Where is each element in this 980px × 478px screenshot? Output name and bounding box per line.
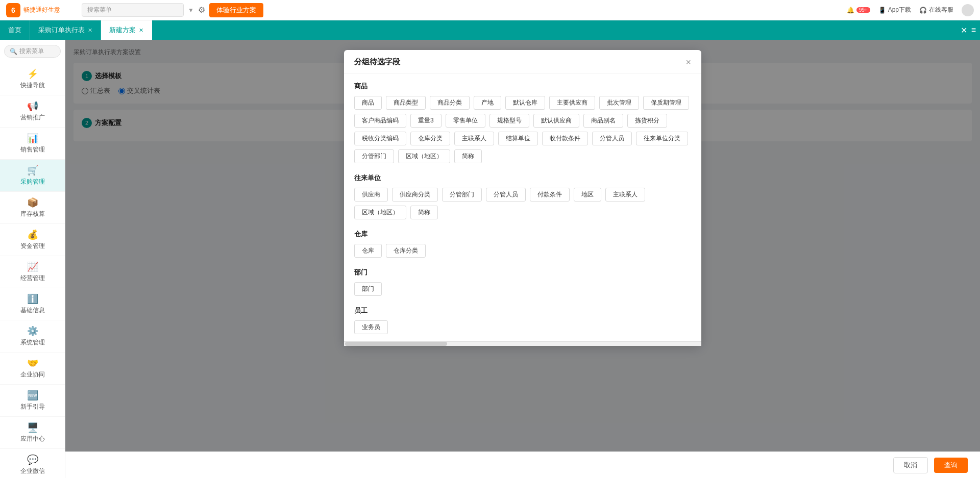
sidebar-item-finance[interactable]: 💰 资金管理 xyxy=(0,224,65,256)
modal-close-button[interactable]: × xyxy=(685,58,691,67)
app-download-label: App下载 xyxy=(888,6,911,14)
top-header: 6 畅捷通好生意 搜索菜单 ▼ ⚙ 体验行业方案 🔔 99+ 📱 App下载 🎧… xyxy=(0,0,980,20)
settings-icon[interactable]: ⚙ xyxy=(198,5,205,15)
tag-product-alias[interactable]: 商品别名 xyxy=(583,114,623,128)
modal-overlay: 分组待选字段 × 商品 商品 商品类型 商品分类 产地 默认仓库 主要供应商 批… xyxy=(65,40,980,478)
sidebar-item-operations[interactable]: 📈 经营管理 xyxy=(0,256,65,288)
tag-salesperson[interactable]: 业务员 xyxy=(354,320,388,334)
marketing-icon: 📢 xyxy=(27,100,38,112)
tag-retail-unit[interactable]: 零售单位 xyxy=(446,114,485,128)
tab-purchase-order-label: 采购订单执行表 xyxy=(38,26,85,35)
tag-supervisor2[interactable]: 分管人员 xyxy=(486,188,526,202)
tab-purchase-order-close[interactable]: ✕ xyxy=(88,27,92,34)
tag-warehouse-category[interactable]: 仓库分类 xyxy=(410,132,450,145)
modal-header: 分组待选字段 × xyxy=(344,50,701,73)
tab-new-plan-close[interactable]: ✕ xyxy=(139,27,143,34)
section-partner-tags: 供应商 供应商分类 分管部门 分管人员 付款条件 地区 主联系人 区域（地区） … xyxy=(354,188,691,219)
tag-expiry-mgmt[interactable]: 保质期管理 xyxy=(643,96,689,110)
tag-payment-terms[interactable]: 收付款条件 xyxy=(542,132,588,145)
tag-main-supplier[interactable]: 主要供应商 xyxy=(549,96,595,110)
sidebar-search-area: 🔍 搜索菜单 xyxy=(0,40,65,63)
section-warehouse-tags: 仓库 仓库分类 xyxy=(354,244,691,258)
notification-badge: 99+ xyxy=(856,7,870,13)
tag-region2[interactable]: 地区 xyxy=(574,188,601,202)
tag-supplier-category[interactable]: 供应商分类 xyxy=(392,188,438,202)
sidebar-item-label: 经营管理 xyxy=(20,274,45,283)
tag-settlement-unit[interactable]: 结算单位 xyxy=(498,132,538,145)
sidebar-item-label: 基础信息 xyxy=(20,306,45,315)
system-icon: ⚙️ xyxy=(27,325,38,337)
tag-batch-mgmt[interactable]: 批次管理 xyxy=(599,96,639,110)
tag-product-category[interactable]: 商品分类 xyxy=(430,96,470,110)
section-partner: 往来单位 供应商 供应商分类 分管部门 分管人员 付款条件 地区 主联系人 区域… xyxy=(354,173,691,219)
tag-department[interactable]: 部门 xyxy=(354,282,382,296)
app-download-item[interactable]: 📱 App下载 xyxy=(878,6,911,14)
notification-item[interactable]: 🔔 99+ xyxy=(847,7,870,14)
phone-icon: 📱 xyxy=(878,7,886,14)
tag-product-type[interactable]: 商品类型 xyxy=(386,96,426,110)
online-support-item[interactable]: 🎧 在线客服 xyxy=(919,6,953,14)
tag-abbreviation[interactable]: 简称 xyxy=(454,149,482,163)
tag-main-contact[interactable]: 主联系人 xyxy=(454,132,494,145)
tag-default-warehouse[interactable]: 默认仓库 xyxy=(505,96,545,110)
tag-dept[interactable]: 分管部门 xyxy=(354,149,394,163)
sidebar-item-sales[interactable]: 📊 销售管理 xyxy=(0,128,65,160)
dropdown-arrow-icon[interactable]: ▼ xyxy=(188,7,194,14)
section-warehouse-title: 仓库 xyxy=(354,230,691,239)
tab-close-all[interactable]: ✕ xyxy=(961,26,967,35)
user-avatar[interactable] xyxy=(962,4,974,16)
tag-weight3[interactable]: 重量3 xyxy=(410,114,442,128)
sidebar-search-box[interactable]: 🔍 搜索菜单 xyxy=(4,45,61,58)
tag-region3[interactable]: 区域（地区） xyxy=(354,206,406,219)
tag-supervisor[interactable]: 分管人员 xyxy=(592,132,632,145)
tag-dept2[interactable]: 分管部门 xyxy=(442,188,482,202)
tag-payment-cond[interactable]: 付款条件 xyxy=(530,188,570,202)
confirm-button[interactable]: 查询 xyxy=(934,458,968,473)
section-dept: 部门 部门 xyxy=(354,268,691,296)
cancel-button[interactable]: 取消 xyxy=(893,457,928,473)
newbie-icon: 🆕 xyxy=(27,390,38,401)
header-search-box[interactable]: 搜索菜单 xyxy=(82,3,184,17)
tag-warehouse[interactable]: 仓库 xyxy=(354,244,382,258)
tag-customer-product-code[interactable]: 客户商品编码 xyxy=(354,114,406,128)
sidebar-item-marketing[interactable]: 📢 营销推广 xyxy=(0,95,65,128)
tag-product[interactable]: 商品 xyxy=(354,96,382,110)
sidebar-item-quick-nav[interactable]: ⚡ 快捷导航 xyxy=(0,63,65,95)
tag-origin[interactable]: 产地 xyxy=(474,96,501,110)
search-icon: 🔍 xyxy=(10,48,17,55)
sidebar-item-enterprise[interactable]: 🤝 企业协同 xyxy=(0,353,65,385)
section-dept-title: 部门 xyxy=(354,268,691,277)
tag-partner-category[interactable]: 往来单位分类 xyxy=(636,132,688,145)
sidebar-item-purchase[interactable]: 🛒 采购管理 xyxy=(0,160,65,192)
trial-button[interactable]: 体验行业方案 xyxy=(209,3,263,17)
tab-new-plan[interactable]: 新建方案 ✕ xyxy=(101,20,152,40)
tag-tax-code[interactable]: 税收分类编码 xyxy=(354,132,406,145)
sidebar-item-inventory[interactable]: 📦 库存核算 xyxy=(0,192,65,224)
sidebar-item-basic-info[interactable]: ℹ️ 基础信息 xyxy=(0,288,65,320)
tag-warehouse-cat[interactable]: 仓库分类 xyxy=(386,244,426,258)
tag-spec-model[interactable]: 规格型号 xyxy=(489,114,529,128)
section-staff-title: 员工 xyxy=(354,306,691,315)
tag-default-supplier[interactable]: 默认供应商 xyxy=(533,114,579,128)
modal-title: 分组待选字段 xyxy=(354,57,400,67)
tab-menu[interactable]: ≡ xyxy=(971,26,976,35)
tag-pick-points[interactable]: 拣货积分 xyxy=(627,114,667,128)
tag-supplier[interactable]: 供应商 xyxy=(354,188,388,202)
tab-home[interactable]: 首页 xyxy=(0,20,30,40)
tag-main-contact2[interactable]: 主联系人 xyxy=(605,188,645,202)
tag-abbreviation2[interactable]: 简称 xyxy=(410,206,438,219)
header-right: 🔔 99+ 📱 App下载 🎧 在线客服 xyxy=(847,4,974,16)
modal-scrollbar[interactable] xyxy=(344,341,701,346)
sidebar-item-label: 应用中心 xyxy=(20,435,45,443)
tab-purchase-order[interactable]: 采购订单执行表 ✕ xyxy=(30,20,101,40)
sidebar-item-enterprise-wechat[interactable]: 💬 企业微信 xyxy=(0,449,65,478)
tag-region[interactable]: 区域（地区） xyxy=(398,149,450,163)
sidebar-item-app-center[interactable]: 🖥️ 应用中心 xyxy=(0,417,65,449)
sidebar-item-system[interactable]: ⚙️ 系统管理 xyxy=(0,320,65,353)
sidebar-item-label: 新手引导 xyxy=(20,402,45,411)
modal-body[interactable]: 商品 商品 商品类型 商品分类 产地 默认仓库 主要供应商 批次管理 保质期管理… xyxy=(344,73,701,341)
logo-area: 6 畅捷通好生意 xyxy=(6,3,71,17)
operations-icon: 📈 xyxy=(27,261,38,272)
sidebar-search-label: 搜索菜单 xyxy=(19,47,44,56)
sidebar-item-newbie[interactable]: 🆕 新手引导 xyxy=(0,385,65,417)
